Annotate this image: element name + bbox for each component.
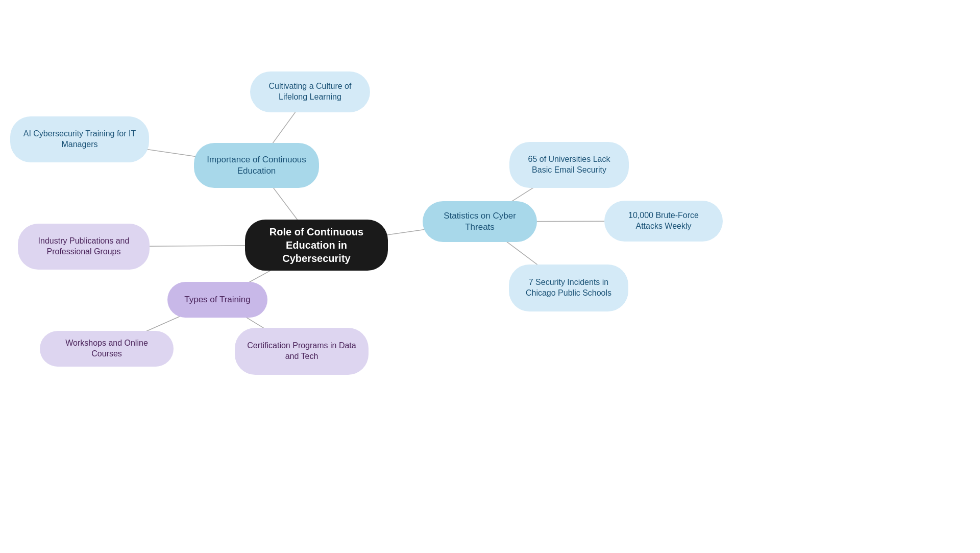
stats-cyber-node: Statistics on Cyber Threats [423, 201, 537, 242]
cultivating-node: Cultivating a Culture of Lifelong Learni… [250, 71, 370, 112]
continuous-education-node: Importance of Continuous Education [194, 143, 319, 188]
chicago-node: 7 Security Incidents in Chicago Public S… [509, 265, 628, 311]
industry-pubs-node: Industry Publications and Professional G… [18, 224, 150, 270]
types-training-node: Types of Training [167, 282, 267, 318]
universities-node: 65 of Universities Lack Basic Email Secu… [509, 142, 629, 188]
brute-force-node: 10,000 Brute-Force Attacks Weekly [604, 201, 723, 242]
cert-programs-node: Certification Programs in Data and Tech [235, 328, 369, 375]
ai-training-node: AI Cybersecurity Training for IT Manager… [10, 116, 149, 162]
workshops-node: Workshops and Online Courses [40, 331, 174, 367]
central-node: Role of Continuous Education in Cybersec… [245, 220, 388, 271]
